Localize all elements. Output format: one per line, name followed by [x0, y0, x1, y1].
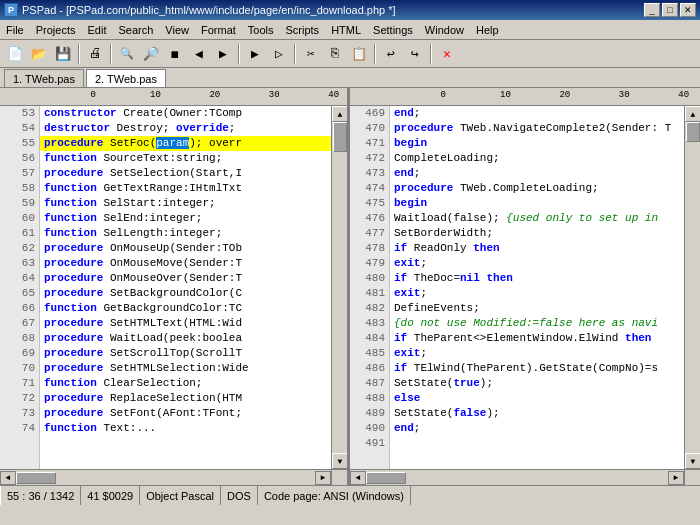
new-button[interactable]: 📄: [4, 43, 26, 65]
code-line[interactable]: begin: [390, 196, 684, 211]
copy-button[interactable]: ⎘: [324, 43, 346, 65]
menu-file[interactable]: File: [0, 20, 30, 39]
code-line[interactable]: if TheParent<>ElementWindow.ElWind then: [390, 331, 684, 346]
code-line[interactable]: destructor Destroy; override;: [40, 121, 331, 136]
code-line[interactable]: CompleteLoading;: [390, 151, 684, 166]
right-scrollbar-v[interactable]: ▲ ▼: [684, 106, 700, 469]
code-line[interactable]: exit;: [390, 346, 684, 361]
right-scroll-thumb[interactable]: [686, 122, 700, 142]
cut-button[interactable]: ✂: [300, 43, 322, 65]
tab-2[interactable]: 2. TWeb.pas: [86, 69, 166, 87]
code-line[interactable]: SetState(false);: [390, 406, 684, 421]
undo-button[interactable]: ↩: [380, 43, 402, 65]
code-line[interactable]: exit;: [390, 286, 684, 301]
prev-button[interactable]: ◀: [188, 43, 210, 65]
code-line[interactable]: function ClearSelection;: [40, 376, 331, 391]
left-scrollbar-v[interactable]: ▲ ▼: [331, 106, 347, 469]
menu-help[interactable]: Help: [470, 20, 505, 39]
minimize-button[interactable]: _: [644, 3, 660, 17]
left-scroll-thumb[interactable]: [333, 122, 347, 152]
maximize-button[interactable]: □: [662, 3, 678, 17]
menu-html[interactable]: HTML: [325, 20, 367, 39]
find-button[interactable]: 🔍: [116, 43, 138, 65]
code-line[interactable]: SetState(true);: [390, 376, 684, 391]
code-line[interactable]: Waitload(false); {used only to set up in: [390, 211, 684, 226]
code-line[interactable]: procedure OnMouseMove(Sender:T: [40, 256, 331, 271]
right-code-content[interactable]: end;procedure TWeb.NavigateComplete2(Sen…: [390, 106, 684, 469]
menu-format[interactable]: Format: [195, 20, 242, 39]
code-line[interactable]: end;: [390, 166, 684, 181]
code-line[interactable]: procedure SetFoc(param); overr: [40, 136, 331, 151]
code-line[interactable]: end;: [390, 106, 684, 121]
next-button[interactable]: ▶: [212, 43, 234, 65]
save-button[interactable]: 💾: [52, 43, 74, 65]
run2-button[interactable]: ▷: [268, 43, 290, 65]
code-line[interactable]: {do not use Modified:=false here as navi: [390, 316, 684, 331]
right-scroll-down[interactable]: ▼: [685, 453, 700, 469]
left-scroll-right[interactable]: ►: [315, 471, 331, 485]
bookmark-button[interactable]: ◼: [164, 43, 186, 65]
menu-view[interactable]: View: [159, 20, 195, 39]
code-line[interactable]: function GetBackgroundColor:TC: [40, 301, 331, 316]
code-line[interactable]: procedure TWeb.CompleteLoading;: [390, 181, 684, 196]
code-line[interactable]: function GetTextRange:IHtmlTxt: [40, 181, 331, 196]
print-button[interactable]: 🖨: [84, 43, 106, 65]
code-line[interactable]: end;: [390, 421, 684, 436]
paste-button[interactable]: 📋: [348, 43, 370, 65]
code-line[interactable]: function SelLength:integer;: [40, 226, 331, 241]
left-code-rows[interactable]: 5354555657585960616263646566676869707172…: [0, 106, 331, 469]
code-line[interactable]: if ReadOnly then: [390, 241, 684, 256]
code-line[interactable]: if TheDoc=nil then: [390, 271, 684, 286]
tab-1[interactable]: 1. TWeb.pas: [4, 69, 84, 87]
code-line[interactable]: procedure WaitLoad(peek:boolea: [40, 331, 331, 346]
code-line[interactable]: procedure ReplaceSelection(HTM: [40, 391, 331, 406]
menu-tools[interactable]: Tools: [242, 20, 280, 39]
menu-settings[interactable]: Settings: [367, 20, 419, 39]
code-line[interactable]: constructor Create(Owner:TComp: [40, 106, 331, 121]
left-scroll-h-track[interactable]: [16, 472, 315, 484]
left-scroll-track[interactable]: [332, 122, 347, 453]
close-button[interactable]: ✕: [680, 3, 696, 17]
left-code-content[interactable]: constructor Create(Owner:TComp destructo…: [40, 106, 331, 469]
code-line[interactable]: procedure SetFont(AFont:TFont;: [40, 406, 331, 421]
menu-edit[interactable]: Edit: [81, 20, 112, 39]
run-button[interactable]: ▶: [244, 43, 266, 65]
menu-search[interactable]: Search: [112, 20, 159, 39]
code-line[interactable]: procedure SetHTMLText(HTML:Wid: [40, 316, 331, 331]
left-scroll-left[interactable]: ◄: [0, 471, 16, 485]
code-line[interactable]: SetBorderWidth;: [390, 226, 684, 241]
menu-window[interactable]: Window: [419, 20, 470, 39]
code-line[interactable]: procedure TWeb.NavigateComplete2(Sender:…: [390, 121, 684, 136]
right-code-rows[interactable]: 4694704714724734744754764774784794804814…: [350, 106, 684, 469]
right-scroll-track[interactable]: [685, 122, 700, 453]
code-line[interactable]: procedure OnMouseOver(Sender:T: [40, 271, 331, 286]
close-doc-button[interactable]: ✕: [436, 43, 458, 65]
code-line[interactable]: function SourceText:string;: [40, 151, 331, 166]
code-line[interactable]: procedure OnMouseUp(Sender:TOb: [40, 241, 331, 256]
code-line[interactable]: procedure SetHTMLSelection:Wide: [40, 361, 331, 376]
code-line[interactable]: procedure SetScrollTop(ScrollT: [40, 346, 331, 361]
code-line[interactable]: begin: [390, 136, 684, 151]
left-scroll-up[interactable]: ▲: [332, 106, 347, 122]
right-scrollbar-h[interactable]: ◄ ►: [350, 469, 684, 485]
right-scroll-h-thumb[interactable]: [366, 472, 406, 484]
window-controls[interactable]: _ □ ✕: [644, 3, 696, 17]
redo-button[interactable]: ↪: [404, 43, 426, 65]
right-scroll-right[interactable]: ►: [668, 471, 684, 485]
left-scroll-down[interactable]: ▼: [332, 453, 347, 469]
left-scrollbar-h[interactable]: ◄ ►: [0, 469, 331, 485]
code-line[interactable]: function SelStart:integer;: [40, 196, 331, 211]
menu-scripts[interactable]: Scripts: [280, 20, 326, 39]
code-line[interactable]: DefineEvents;: [390, 301, 684, 316]
right-scroll-up[interactable]: ▲: [685, 106, 700, 122]
left-scroll-h-thumb[interactable]: [16, 472, 56, 484]
code-line[interactable]: procedure SetSelection(Start,I: [40, 166, 331, 181]
code-line[interactable]: function SelEnd:integer;: [40, 211, 331, 226]
right-scroll-h-track[interactable]: [366, 472, 668, 484]
menu-projects[interactable]: Projects: [30, 20, 82, 39]
right-scroll-left[interactable]: ◄: [350, 471, 366, 485]
find-replace-button[interactable]: 🔎: [140, 43, 162, 65]
code-line[interactable]: else: [390, 391, 684, 406]
code-line[interactable]: procedure SetBackgroundColor(C: [40, 286, 331, 301]
code-line[interactable]: if TElWind(TheParent).GetState(CompNo)=s: [390, 361, 684, 376]
